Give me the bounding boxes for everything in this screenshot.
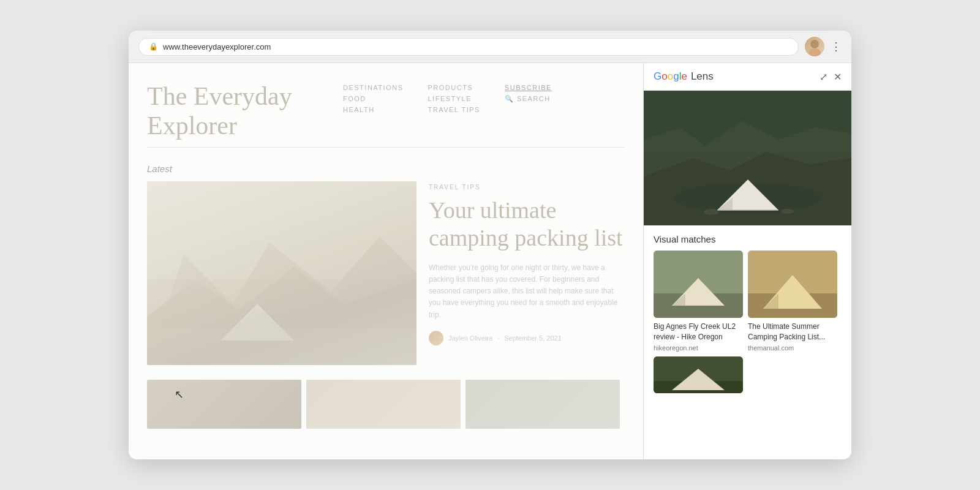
- nav-subscribe[interactable]: SUBSCRIBE: [505, 84, 552, 91]
- lens-header-actions: ⤢ ✕: [820, 71, 842, 83]
- browser-actions: ⋮: [805, 37, 842, 56]
- nav-columns: DESTINATIONS FOOD HEALTH PRODUCTS LIFEST…: [343, 81, 625, 113]
- latest-label: Latest: [147, 164, 625, 174]
- svg-point-1: [809, 48, 821, 56]
- match-card-1[interactable]: Big Agnes Fly Creek UL2 review - Hike Or…: [654, 251, 743, 352]
- address-bar[interactable]: 🔒 www.theeverydayexplorer.com: [138, 38, 799, 56]
- latest-section: Latest: [129, 154, 643, 375]
- article-content: TRAVEL TIPS Your ultimate camping packin…: [429, 181, 625, 365]
- svg-point-0: [811, 40, 818, 48]
- open-external-icon[interactable]: ⤢: [820, 71, 827, 83]
- match-title-2: The Ultimate Summer Camping Packing List…: [748, 322, 837, 342]
- nav-travel-tips[interactable]: TRAVEL TIPS: [428, 106, 480, 113]
- nav-food[interactable]: FOOD: [343, 95, 403, 102]
- bottom-thumbnails: [129, 380, 643, 429]
- nav-health[interactable]: HEALTH: [343, 106, 403, 113]
- thumb-1[interactable]: [147, 380, 301, 429]
- match-card-2[interactable]: The Ultimate Summer Camping Packing List…: [748, 251, 837, 352]
- article-category: TRAVEL TIPS: [429, 184, 625, 190]
- lens-image-preview: [644, 91, 851, 225]
- match-title-1: Big Agnes Fly Creek UL2 review - Hike Or…: [654, 322, 743, 342]
- article-meta: Jaylen Oliveira · September 5, 2021: [429, 331, 625, 345]
- match-image-2: [748, 251, 837, 318]
- match-source-2: themanual.com: [748, 344, 837, 352]
- match-image-1: [654, 251, 743, 318]
- visual-matches-grid: Big Agnes Fly Creek UL2 review - Hike Or…: [644, 251, 851, 397]
- author-avatar: [429, 331, 443, 345]
- nav-destinations[interactable]: DESTINATIONS: [343, 84, 403, 91]
- browser-content: The Everyday Explorer DESTINATIONS FOOD …: [129, 63, 851, 459]
- nav-column-1: DESTINATIONS FOOD HEALTH: [343, 84, 403, 113]
- match-card-3[interactable]: [654, 356, 842, 397]
- article-separator: ·: [497, 334, 499, 342]
- close-icon[interactable]: ✕: [834, 71, 842, 83]
- google-logo: Google: [654, 70, 687, 83]
- user-avatar[interactable]: [805, 37, 824, 56]
- article-image: [147, 181, 417, 365]
- nav-divider: [147, 147, 625, 148]
- website-content: The Everyday Explorer DESTINATIONS FOOD …: [129, 63, 643, 459]
- menu-dots-button[interactable]: ⋮: [831, 40, 842, 53]
- nav-column-2: PRODUCTS LIFESTYLE TRAVEL TIPS: [428, 84, 480, 113]
- nav-search[interactable]: 🔍 SEARCH: [505, 95, 552, 103]
- visual-matches-title: Visual matches: [644, 225, 851, 251]
- browser-window: 🔒 www.theeverydayexplorer.com ⋮ The Ever…: [129, 31, 851, 459]
- article-excerpt: Whether you're going for one night or th…: [429, 262, 625, 321]
- browser-chrome: 🔒 www.theeverydayexplorer.com ⋮: [129, 31, 851, 63]
- lens-header: Google Lens ⤢ ✕: [644, 63, 851, 91]
- url-text: www.theeverydayexplorer.com: [163, 42, 271, 51]
- thumb-3[interactable]: [466, 380, 620, 429]
- match-source-1: hikeoregon.net: [654, 344, 743, 352]
- nav-lifestyle[interactable]: LIFESTYLE: [428, 95, 480, 102]
- lock-icon: 🔒: [149, 42, 158, 51]
- svg-point-17: [704, 209, 718, 215]
- svg-point-18: [782, 209, 794, 214]
- author-name: Jaylen Oliveira: [448, 334, 492, 342]
- featured-article: TRAVEL TIPS Your ultimate camping packin…: [147, 181, 625, 365]
- match-image-3: [654, 356, 743, 393]
- nav-products[interactable]: PRODUCTS: [428, 84, 480, 91]
- article-title[interactable]: Your ultimate camping packing list: [429, 197, 625, 252]
- article-date: September 5, 2021: [504, 334, 562, 342]
- site-title: The Everyday Explorer: [147, 81, 343, 141]
- site-nav: The Everyday Explorer DESTINATIONS FOOD …: [129, 63, 643, 141]
- google-lens-panel: Google Lens ⤢ ✕: [643, 63, 851, 459]
- lens-title: Lens: [691, 70, 714, 83]
- thumb-2[interactable]: [306, 380, 461, 429]
- nav-column-3: SUBSCRIBE 🔍 SEARCH: [505, 84, 552, 113]
